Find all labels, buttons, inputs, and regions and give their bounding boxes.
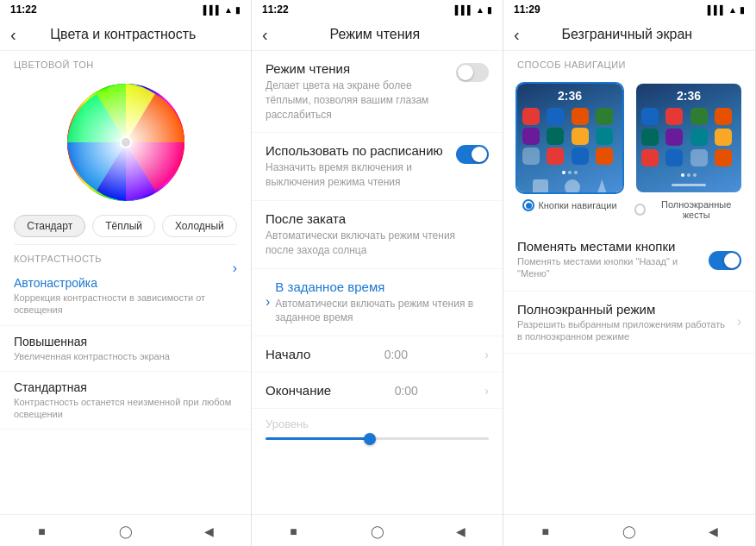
nav-option-buttons[interactable]: 2:36 [515, 82, 624, 220]
nav-square-3[interactable]: ■ [536, 522, 555, 541]
page-title-1: Цвета и контрастность [23, 27, 223, 42]
phone-nav-icon [597, 179, 607, 194]
contrast-standard-desc: Контрастность останется неизменной при л… [14, 396, 237, 421]
app-icon [596, 147, 613, 165]
color-wheel-dot [121, 137, 131, 147]
phone-nav-icon [533, 179, 548, 194]
page-title-3: Безграничный экран [527, 27, 728, 42]
end-value: 0:00 [395, 384, 418, 398]
app-icon [690, 129, 708, 146]
slider-thumb[interactable] [364, 433, 376, 445]
reading-mode-desc: Делает цвета на экране более тёплыми, по… [266, 78, 446, 122]
signal-icon-3: ▌▌▌ [708, 5, 726, 15]
set-time-item[interactable]: › В заданное время Автоматически включат… [252, 269, 503, 337]
nav-square-1[interactable]: ■ [33, 522, 52, 541]
phone-icons-2 [640, 104, 738, 171]
phone-nav-icon [565, 179, 580, 194]
reading-mode-title: Режим чтения [266, 61, 446, 76]
back-button-1[interactable]: ‹ [10, 26, 16, 43]
nav-back-1[interactable]: ◀ [200, 522, 219, 541]
arrow-icon-auto: › [233, 260, 237, 276]
app-icon [547, 108, 564, 125]
bottom-nav-3: ■ ◯ ◀ [503, 514, 755, 546]
header-3: ‹ Безграничный экран [503, 19, 755, 51]
app-icon [547, 128, 564, 145]
schedule-toggle[interactable] [456, 145, 489, 164]
end-time-row[interactable]: Окончание 0:00 › [252, 373, 503, 409]
swap-buttons-title: Поменять местами кнопки [517, 239, 698, 254]
fullscreen-mode-row[interactable]: Полноэкранный режим Разрешить выбранным … [503, 292, 755, 355]
swap-buttons-toggle[interactable] [709, 251, 741, 270]
set-time-desc: Автоматически включать режим чтения в за… [275, 297, 478, 326]
after-sunset-item[interactable]: После заката Автоматически включать режи… [252, 201, 503, 269]
nav-circle-2[interactable]: ◯ [368, 522, 387, 541]
app-icon [690, 108, 708, 125]
start-value: 0:00 [384, 348, 408, 361]
nav-option-radio-buttons: Кнопки навигации [515, 199, 624, 211]
contrast-auto-desc: Коррекция контрастности в зависимости от… [14, 292, 237, 317]
status-time-3: 11:29 [514, 3, 540, 16]
app-icon [715, 149, 732, 166]
schedule-item: Использовать по расписанию Назначить вре… [252, 133, 503, 201]
contrast-high-desc: Увеличенная контрастность экрана [14, 350, 237, 362]
color-wheel-svg [66, 82, 186, 203]
radio-gestures [634, 204, 646, 216]
app-icon [572, 147, 589, 165]
header-1: ‹ Цвета и контрастность [0, 19, 251, 51]
contrast-high[interactable]: Повышенная Увеличенная контрастность экр… [0, 326, 251, 372]
contrast-label: КОНТРАСТНОСТЬ [0, 245, 251, 267]
color-wheel[interactable] [66, 82, 186, 203]
nav-option-label-gestures: Полноэкранные жесты [649, 199, 743, 220]
tone-btn-cool[interactable]: Холодный [162, 215, 237, 237]
start-label: Начало [266, 347, 310, 361]
nav-square-2[interactable]: ■ [284, 522, 303, 541]
end-chevron: › [484, 384, 489, 398]
battery-icon-3: ▮ [740, 5, 745, 15]
panel-reading: 11:22 ▌▌▌ ▲ ▮ ‹ Режим чтения Режим чтени… [252, 0, 503, 546]
contrast-auto-title: Автонастройка [14, 276, 237, 290]
after-sunset-desc: Автоматически включать режим чтения посл… [266, 229, 478, 258]
wifi-icon-3: ▲ [728, 5, 737, 15]
panel-colors: 11:22 ▌▌▌ ▲ ▮ ‹ Цвета и контрастность ЦВ… [0, 0, 252, 546]
app-icon [522, 128, 540, 145]
radio-buttons [522, 199, 534, 211]
nav-option-gestures[interactable]: 2:36 [634, 82, 743, 220]
start-time-row[interactable]: Начало 0:00 › [252, 336, 503, 373]
nav-circle-1[interactable]: ◯ [116, 522, 135, 541]
color-wheel-container [0, 73, 251, 208]
tone-btn-standard[interactable]: Стандарт [14, 215, 85, 237]
reading-mode-toggle[interactable] [456, 63, 489, 82]
fullscreen-title: Полноэкранный режим [517, 302, 727, 317]
app-icon [596, 108, 613, 125]
status-icons-1: ▌▌▌ ▲ ▮ [203, 5, 241, 15]
nav-back-2[interactable]: ◀ [452, 522, 471, 541]
signal-icon-2: ▌▌▌ [455, 5, 473, 15]
back-button-2[interactable]: ‹ [262, 26, 268, 43]
back-button-3[interactable]: ‹ [514, 26, 520, 43]
after-sunset-title: После заката [266, 211, 478, 226]
app-icon [665, 108, 683, 125]
app-icon [641, 149, 659, 166]
tone-btn-warm[interactable]: Тёплый [92, 215, 155, 237]
status-time-1: 11:22 [10, 3, 37, 16]
contrast-standard[interactable]: Стандартная Контрастность останется неиз… [0, 372, 251, 430]
schedule-title: Использовать по расписанию [266, 143, 446, 158]
app-icon [715, 108, 732, 125]
nav-back-3[interactable]: ◀ [703, 522, 722, 541]
phone-dots-1 [521, 168, 619, 177]
wifi-icon-2: ▲ [476, 5, 484, 15]
nav-option-radio-gestures: Полноэкранные жесты [634, 199, 743, 220]
nav-option-img-buttons: 2:36 [515, 82, 624, 194]
brightness-slider[interactable] [266, 437, 489, 440]
contrast-auto[interactable]: › Автонастройка Коррекция контрастности … [0, 267, 251, 326]
nav-circle-3[interactable]: ◯ [620, 522, 639, 541]
phone-time-2: 2:36 [640, 87, 738, 104]
status-bar-2: 11:22 ▌▌▌ ▲ ▮ [252, 0, 503, 19]
status-bar-1: 11:22 ▌▌▌ ▲ ▮ [0, 0, 251, 19]
set-time-chevron: › [266, 294, 270, 310]
battery-icon-2: ▮ [487, 5, 492, 15]
end-label: Окончание [266, 383, 331, 398]
status-time-2: 11:22 [262, 3, 289, 16]
wifi-icon-1: ▲ [224, 5, 233, 15]
app-icon [596, 128, 613, 145]
